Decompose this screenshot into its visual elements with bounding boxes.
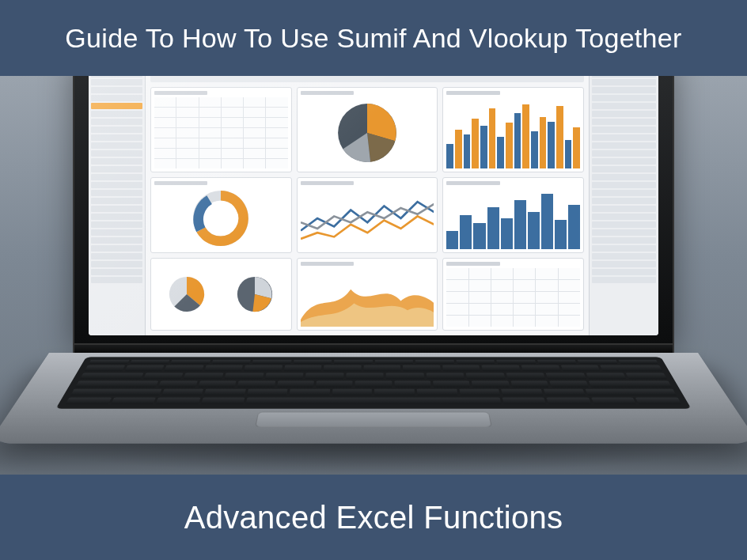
dashboard-main bbox=[146, 76, 589, 335]
title-text-top: Guide To How To Use Sumif And Vlookup To… bbox=[65, 23, 681, 54]
panel-pie bbox=[297, 87, 438, 172]
title-banner-bottom: Advanced Excel Functions bbox=[0, 475, 747, 560]
title-text-bottom: Advanced Excel Functions bbox=[184, 500, 563, 535]
laptop-base bbox=[49, 353, 698, 475]
laptop-screen-dashboard bbox=[89, 76, 658, 335]
pie-chart-icon bbox=[335, 100, 400, 165]
laptop bbox=[49, 76, 698, 475]
line-chart-icon bbox=[301, 187, 434, 249]
laptop-keyboard bbox=[56, 357, 692, 408]
pie-icon-2 bbox=[234, 274, 275, 315]
mini-table bbox=[446, 268, 580, 327]
mini-spreadsheet bbox=[154, 97, 288, 168]
area-chart-icon bbox=[301, 268, 434, 327]
title-banner-top: Guide To How To Use Sumif And Vlookup To… bbox=[0, 0, 747, 76]
donut-chart-icon bbox=[192, 190, 249, 247]
dashboard-sidebar bbox=[89, 76, 146, 335]
panel-area bbox=[297, 258, 438, 331]
panel-bars bbox=[442, 87, 584, 172]
pie-icon-1 bbox=[166, 274, 207, 315]
panel-spreadsheet bbox=[150, 87, 292, 172]
panel-lines bbox=[297, 177, 438, 253]
hero-image bbox=[0, 76, 747, 475]
bar-chart-small-icon bbox=[446, 187, 580, 249]
panel-bars-small bbox=[442, 177, 584, 253]
panel-pies-row bbox=[150, 258, 292, 331]
panel-donut bbox=[150, 177, 292, 253]
laptop-trackpad bbox=[255, 412, 492, 427]
panel-table bbox=[442, 258, 584, 331]
laptop-screen-bezel bbox=[73, 76, 674, 345]
dashboard-title-bar bbox=[150, 76, 584, 82]
dashboard-right-col bbox=[589, 76, 658, 335]
bar-chart-icon bbox=[446, 97, 580, 168]
laptop-deck bbox=[0, 353, 747, 444]
laptop-hinge bbox=[73, 345, 674, 353]
